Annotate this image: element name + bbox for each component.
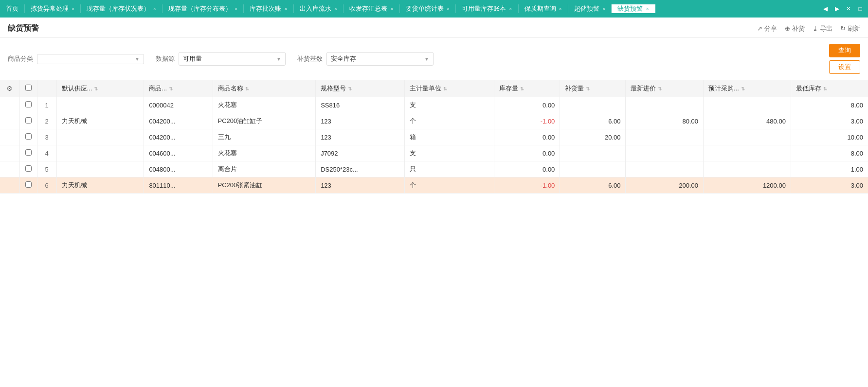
- row-checkbox[interactable]: [25, 181, 32, 188]
- table-row[interactable]: 3 004200... 三九 123 箱 0.00 20.00 10.00: [0, 129, 868, 145]
- column-product-name[interactable]: 商品名称⇅: [213, 80, 316, 97]
- tab-scroll-right[interactable]: ▶: [831, 3, 843, 15]
- row-checkbox-cell[interactable]: [19, 145, 37, 161]
- tab-label: 缺货预警: [617, 4, 643, 13]
- tab-close-all[interactable]: ✕: [843, 3, 854, 15]
- row-number: 4: [37, 145, 56, 161]
- column-spec[interactable]: 规格型号⇅: [316, 80, 405, 97]
- row-spec: DS250*23c...: [316, 161, 405, 177]
- tab-item-0[interactable]: 首页: [0, 4, 25, 13]
- table-row[interactable]: 2 力天机械 004200... PC200油缸缸子 123 个 -1.00 6…: [0, 113, 868, 129]
- tab-item-5[interactable]: 出入库流水×: [294, 4, 344, 13]
- row-min-stock: 3.00: [791, 113, 868, 129]
- column-replenish-qty[interactable]: 补货量⇅: [560, 80, 626, 97]
- row-checkbox[interactable]: [25, 165, 32, 172]
- tab-close-btn[interactable]: ×: [646, 6, 649, 12]
- filter-actions: 查询 设置: [829, 44, 860, 74]
- column-stock[interactable]: 库存量⇅: [494, 80, 560, 97]
- filter-area: 商品分类 ▼ 数据源 可用量 ▼ 补货基数 安全库存 ▼ 查询 设置: [0, 38, 868, 80]
- tab-item-7[interactable]: 要货单统计表×: [400, 4, 456, 13]
- row-min-stock: 3.00: [791, 177, 868, 194]
- sort-icon-unit: ⇅: [443, 86, 447, 91]
- column-checkbox[interactable]: [19, 80, 37, 97]
- tab-close-btn[interactable]: ×: [602, 6, 605, 12]
- column-default-supplier[interactable]: 默认供应...⇅: [56, 80, 144, 97]
- row-min-stock: 8.00: [791, 145, 868, 161]
- category-select[interactable]: ▼: [37, 54, 144, 64]
- tab-close-btn[interactable]: ×: [390, 6, 393, 12]
- sort-icon-name: ⇅: [245, 86, 249, 91]
- tab-close-btn[interactable]: ×: [559, 6, 562, 12]
- tab-item-10[interactable]: 超储预警×: [568, 4, 612, 13]
- tab-item-11[interactable]: 缺货预警×: [612, 4, 655, 13]
- row-stock: 0.00: [494, 97, 560, 113]
- replenish-basis-select[interactable]: 安全库存 ▼: [326, 52, 434, 66]
- gear-icon[interactable]: ⚙: [6, 85, 13, 92]
- table-row[interactable]: 4 004600... 火花塞 J7092 支 0.00 8.00: [0, 145, 868, 161]
- datasource-select[interactable]: 可用量 ▼: [179, 52, 286, 66]
- sort-icon-estimated: ⇅: [741, 86, 745, 91]
- tab-close-btn[interactable]: ×: [284, 6, 287, 12]
- tab-maximize[interactable]: □: [854, 3, 866, 15]
- table-row[interactable]: 5 004800... 离合片 DS250*23c... 只 0.00 1.00: [0, 161, 868, 177]
- row-supplier: 力天机械: [56, 177, 144, 194]
- tab-scroll-left[interactable]: ◀: [819, 3, 831, 15]
- row-estimated-purchase: [704, 97, 791, 113]
- refresh-button[interactable]: ↻ 刷新: [840, 24, 860, 33]
- select-all-checkbox[interactable]: [25, 85, 32, 91]
- tab-close-btn[interactable]: ×: [334, 6, 337, 12]
- export-button[interactable]: ⤓ 导出: [813, 24, 832, 33]
- main-content: 缺货预警 ↗ 分享 ⊕ 补货 ⤓ 导出 ↻ 刷新 商品分类: [0, 18, 868, 387]
- tab-item-8[interactable]: 可用量库存账本×: [456, 4, 518, 13]
- query-button[interactable]: 查询: [829, 44, 860, 57]
- column-unit[interactable]: 主计量单位⇅: [405, 80, 494, 97]
- row-checkbox[interactable]: [25, 133, 32, 140]
- column-estimated-purchase[interactable]: 预计采购...⇅: [704, 80, 791, 97]
- row-spec: 123: [316, 177, 405, 194]
- column-min-stock[interactable]: 最低库存⇅: [791, 80, 868, 97]
- tab-item-6[interactable]: 收发存汇总表×: [344, 4, 399, 13]
- row-checkbox[interactable]: [25, 101, 32, 107]
- row-latest-price: [626, 129, 704, 145]
- tab-close-btn[interactable]: ×: [509, 6, 512, 12]
- row-replenish-qty: 6.00: [560, 177, 626, 194]
- row-latest-price: [626, 145, 704, 161]
- tab-bar: 首页拣货异常处理×现存量（库存状况表）×现存量（库存分布表）×库存批次账×出入库…: [0, 0, 868, 18]
- row-checkbox[interactable]: [25, 149, 32, 156]
- column-gear[interactable]: ⚙: [0, 80, 19, 97]
- column-latest-price[interactable]: 最新进价⇅: [626, 80, 704, 97]
- share-button[interactable]: ↗ 分享: [757, 24, 777, 33]
- tab-item-3[interactable]: 现存量（库存分布表）×: [163, 4, 244, 13]
- row-checkbox-cell[interactable]: [19, 177, 37, 194]
- tab-item-4[interactable]: 库存批次账×: [244, 4, 293, 13]
- datasource-dropdown-icon: ▼: [276, 56, 281, 62]
- row-product-code: 004600...: [144, 145, 213, 161]
- tab-label: 现存量（库存分布表）: [168, 4, 232, 13]
- table-row[interactable]: 1 0000042 火花塞 SS816 支 0.00 8.00: [0, 97, 868, 113]
- row-checkbox-cell[interactable]: [19, 97, 37, 113]
- tab-close-btn[interactable]: ×: [235, 6, 237, 12]
- row-stock: 0.00: [494, 129, 560, 145]
- replenish-button[interactable]: ⊕ 补货: [785, 24, 805, 33]
- tab-item-9[interactable]: 保质期查询×: [519, 4, 568, 13]
- tab-label: 拣货异常处理: [31, 4, 69, 13]
- row-replenish-qty: 20.00: [560, 129, 626, 145]
- tab-label: 超储预警: [574, 4, 599, 13]
- tab-item-2[interactable]: 现存量（库存状况表）×: [81, 4, 162, 13]
- row-checkbox[interactable]: [25, 117, 32, 123]
- row-number: 6: [37, 177, 56, 194]
- tab-close-btn[interactable]: ×: [72, 6, 74, 12]
- row-checkbox-cell[interactable]: [19, 129, 37, 145]
- tab-close-btn[interactable]: ×: [153, 6, 156, 12]
- row-checkbox-cell[interactable]: [19, 161, 37, 177]
- settings-button[interactable]: 设置: [829, 60, 860, 74]
- row-spec: SS816: [316, 97, 405, 113]
- row-supplier: [56, 145, 144, 161]
- tab-label: 可用量库存账本: [462, 4, 506, 13]
- tab-close-btn[interactable]: ×: [447, 6, 450, 12]
- table-row[interactable]: 6 力天机械 801110... PC200张紧油缸 123 个 -1.00 6…: [0, 177, 868, 194]
- tab-item-1[interactable]: 拣货异常处理×: [25, 4, 81, 13]
- column-product-code[interactable]: 商品...⇅: [144, 80, 213, 97]
- row-product-code: 0000042: [144, 97, 213, 113]
- row-checkbox-cell[interactable]: [19, 113, 37, 129]
